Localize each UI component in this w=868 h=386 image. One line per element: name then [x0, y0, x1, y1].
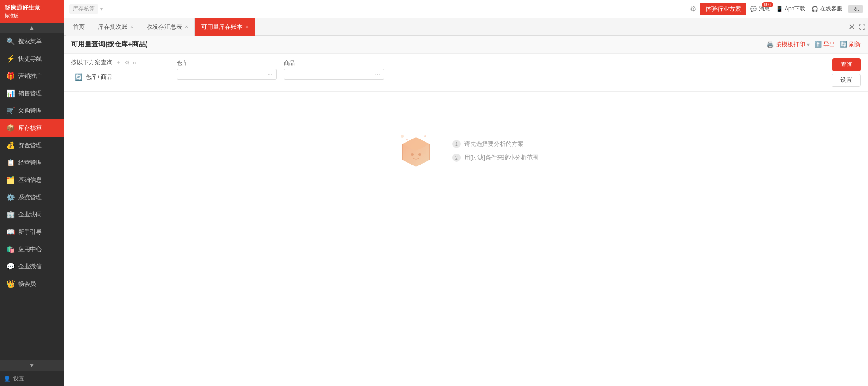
sales-icon: 📊	[6, 89, 15, 98]
sidebar-bottom[interactable]: 👤 设置	[0, 371, 64, 386]
industry-btn[interactable]: 体验行业方案	[700, 3, 746, 15]
export-btn[interactable]: ⬆️ 导出	[814, 41, 835, 49]
scheme-add-btn[interactable]: ＋	[115, 58, 122, 67]
basic-icon: 🗂️	[6, 176, 15, 184]
settings-btn[interactable]: 设置	[832, 74, 861, 87]
empty-hints: 1 请先选择要分析的方案 2 用[过滤]条件来缩小分析范围	[452, 140, 538, 162]
goods-input[interactable]	[288, 71, 373, 78]
sidebar-bottom-label: 设置	[13, 375, 24, 382]
page-header: 可用量查询(按仓库+商品) 🖨️ 按模板打印 ▾ ⬆️ 导出 🔄 刷新	[64, 36, 868, 54]
logo-sub: 标准版	[5, 13, 18, 19]
sidebar-item-purchase[interactable]: 🛒采购管理	[0, 102, 64, 119]
tab-close-available_ledger[interactable]: ×	[245, 24, 249, 30]
tab-batch_account[interactable]: 库存批次账×	[91, 18, 140, 36]
tab-label-home: 首页	[73, 23, 85, 31]
search-icon: 🔍	[6, 37, 15, 46]
system-icon: ⚙️	[6, 193, 15, 201]
breadcrumb: 库存核算	[69, 4, 98, 14]
hint-item-1: 1 请先选择要分析的方案	[452, 140, 538, 148]
action-buttons: 查询 设置	[832, 58, 861, 87]
hint-item-2: 2 用[过滤]条件来缩小分析范围	[452, 154, 538, 162]
newbie-icon: 📖	[6, 228, 15, 236]
refresh-icon: 🔄	[840, 41, 847, 48]
svg-point-8	[401, 135, 404, 138]
scheme-item-warehouse-goods[interactable]: 🔄 仓库+商品	[71, 70, 165, 84]
inventory-icon: 📦	[6, 124, 15, 132]
sidebar-item-member[interactable]: 👑畅会员	[0, 275, 64, 293]
sidebar-item-operation[interactable]: 📋经营管理	[0, 154, 64, 171]
scheme-header-label: 按以下方案查询	[71, 58, 112, 67]
headset-icon: 🎧	[812, 6, 818, 12]
wxwork-icon: 💬	[6, 262, 15, 271]
warehouse-more-btn[interactable]: ···	[267, 71, 273, 78]
goods-label: 商品	[284, 59, 384, 67]
sidebar-item-marketing[interactable]: 🎁营销推广	[0, 67, 64, 85]
online-service-item[interactable]: 🎧 在线客服	[812, 5, 842, 13]
tab-close-batch_account[interactable]: ×	[130, 24, 133, 30]
sidebar-item-wxwork[interactable]: 💬企业微信	[0, 258, 64, 275]
sidebar-item-label-purchase: 采购管理	[18, 107, 42, 115]
sidebar-item-basic[interactable]: 🗂️基础信息	[0, 171, 64, 189]
svg-point-5	[411, 153, 414, 156]
sidebar-item-label-newbie: 新手引导	[18, 228, 42, 236]
scheme-section: 按以下方案查询 ＋ ⚙ « 🔄 仓库+商品	[71, 58, 171, 84]
goods-more-btn[interactable]: ···	[375, 71, 380, 78]
sidebar-item-enterprise[interactable]: 🏢企业协同	[0, 206, 64, 223]
sidebar-item-label-inventory: 库存核算	[18, 124, 42, 132]
sidebar-item-system[interactable]: ⚙️系统管理	[0, 189, 64, 206]
sidebar-item-label-basic: 基础信息	[18, 176, 42, 184]
breadcrumb-arrow-icon: ▾	[100, 6, 103, 12]
goods-input-wrapper: ···	[284, 69, 384, 80]
sidebar-scroll-down[interactable]: ▼	[0, 360, 64, 371]
tab-bar-close-btn[interactable]: ✕	[848, 22, 855, 32]
export-label: 导出	[823, 41, 835, 49]
top-bar: 库存核算 ▾ ⚙ 体验行业方案 💬 消息 99+ 📱 App下载 🎧 在线客服 …	[64, 0, 868, 18]
sidebar-item-label-marketing: 营销推广	[18, 72, 42, 80]
sidebar-item-newbie[interactable]: 📖新手引导	[0, 223, 64, 241]
empty-box-icon	[393, 128, 439, 174]
page-content: 可用量查询(按仓库+商品) 🖨️ 按模板打印 ▾ ⬆️ 导出 🔄 刷新	[64, 36, 868, 386]
sidebar-item-sales[interactable]: 📊销售管理	[0, 85, 64, 102]
hint-num-1: 1	[452, 140, 461, 148]
sidebar-item-label-search: 搜索菜单	[18, 37, 42, 46]
message-icon-item[interactable]: 💬 消息 99+	[750, 5, 770, 13]
warehouse-input-wrapper: ···	[177, 69, 277, 80]
sidebar-item-inventory[interactable]: 📦库存核算	[0, 119, 64, 137]
tab-available_ledger[interactable]: 可用量库存账本×	[195, 18, 255, 36]
user-avatar[interactable]: Rit	[848, 5, 863, 13]
scheme-collapse-icon[interactable]: «	[133, 59, 136, 66]
print-btn[interactable]: 🖨️ 按模板打印 ▾	[766, 41, 810, 49]
filter-row: 仓库 ··· 商品 ···	[177, 58, 826, 80]
gear-icon[interactable]: ⚙	[690, 5, 696, 13]
empty-state-content: 1 请先选择要分析的方案 2 用[过滤]条件来缩小分析范围	[393, 128, 538, 174]
page-header-actions: 🖨️ 按模板打印 ▾ ⬆️ 导出 🔄 刷新	[766, 41, 861, 49]
sidebar-item-finance[interactable]: 💰资金管理	[0, 137, 64, 154]
warehouse-label: 仓库	[177, 59, 277, 67]
refresh-btn[interactable]: 🔄 刷新	[840, 41, 861, 49]
sidebar-item-search[interactable]: 🔍搜索菜单	[0, 33, 64, 50]
scheme-item-icon: 🔄	[75, 73, 82, 81]
sidebar-item-label-operation: 经营管理	[18, 159, 42, 167]
sidebar-item-appstore[interactable]: 🛍️应用中心	[0, 241, 64, 258]
sidebar-scroll-up[interactable]: ▲	[0, 23, 64, 33]
tab-label-receipts_summary: 收发存汇总表	[147, 23, 182, 31]
scheme-settings-btn[interactable]: ⚙	[124, 59, 130, 66]
message-icon: 💬	[750, 6, 757, 12]
refresh-label: 刷新	[849, 41, 861, 49]
query-btn[interactable]: 查询	[832, 58, 861, 71]
sidebar-item-shortcut[interactable]: ⚡快捷导航	[0, 50, 64, 67]
tab-receipts_summary[interactable]: 收发存汇总表×	[140, 18, 195, 36]
tab-bar-expand-btn[interactable]: ⛶	[859, 23, 865, 31]
tab-home[interactable]: 首页	[66, 18, 91, 36]
query-panel: 按以下方案查询 ＋ ⚙ « 🔄 仓库+商品 仓库 ···	[64, 54, 868, 92]
filter-field-warehouse: 仓库 ···	[177, 59, 277, 80]
sidebar-item-label-appstore: 应用中心	[18, 245, 42, 253]
top-bar-right: 💬 消息 99+ 📱 App下载 🎧 在线客服 Rit	[750, 5, 863, 13]
message-badge: 99+	[762, 2, 773, 7]
export-icon: ⬆️	[814, 41, 822, 48]
tab-close-receipts_summary[interactable]: ×	[185, 24, 188, 30]
sidebar-bottom-icon: 👤	[4, 376, 10, 382]
warehouse-input[interactable]	[181, 71, 265, 78]
appstore-icon: 🛍️	[6, 245, 15, 253]
app-download-item[interactable]: 📱 App下载	[776, 5, 805, 13]
